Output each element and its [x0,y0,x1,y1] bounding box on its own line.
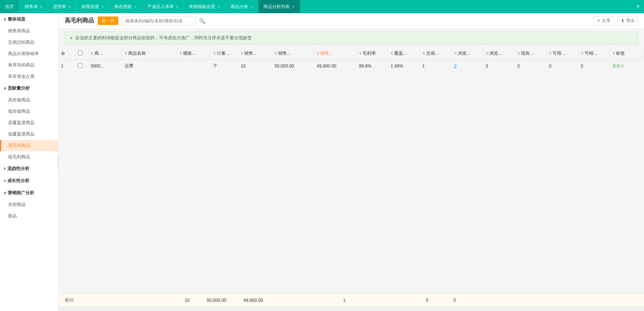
close-icon[interactable]: × [40,4,42,9]
cell-sellable: 0 [578,60,610,72]
close-icon[interactable]: × [68,4,71,9]
export-button[interactable]: ⬆ 导出 [618,16,638,25]
col-spec[interactable]: ⇅规格... [177,47,211,60]
sidebar-item-low-value[interactable]: 低价值商品 [0,106,58,117]
cell-unit: 个 [211,60,238,72]
col-gross-rate[interactable]: ⇅毛利率 [357,47,388,60]
col-checkbox[interactable] [76,47,88,60]
col-sales2[interactable]: ⇅销售... [272,47,314,60]
col-sellable[interactable]: ⇅可销... [578,47,610,60]
col-coverage[interactable]: ⇅覆盖... [388,47,420,60]
table-row: 1 0000... 运费 个 10 50,000.00 49,900.00 99… [59,60,644,72]
sidebar-item-high-value[interactable]: 高价值商品 [0,94,58,106]
chevron-right-icon: > [4,167,6,171]
search-input[interactable] [122,17,195,25]
close-icon[interactable]: × [217,4,220,9]
close-icon[interactable]: × [176,4,178,9]
cell-code: 0000... [88,60,122,72]
nav-template-settings[interactable]: 单据模板设置 × [184,0,225,13]
col-current[interactable]: ⇅现有... [515,47,547,60]
sidebar-collapse-button[interactable]: 《 [58,155,59,170]
footer-trades: 1 [318,298,346,303]
cell-tag: 高收入 [610,60,644,72]
sidebar-item-sales-goods[interactable]: 销售类商品 [0,25,58,37]
sidebar-item-in-stock[interactable]: 有库存的商品 [0,59,58,71]
content-header: 高毛利商品 近一月 🔍 ↗ 分享 ⬆ 导出 [59,13,644,29]
close-icon[interactable]: × [101,4,104,9]
col-tag[interactable]: ⇅标签 [610,47,644,60]
data-table: ⚙ ⇅商... ⇅商品名称 ⇅规格... ⇅计量... ⇅销售... ⇅销售..… [59,47,644,72]
cell-browse1[interactable]: 0 [451,60,483,72]
cell-index: 1 [59,60,76,72]
sidebar-item-high-margin[interactable]: 高毛利商品 [0,140,58,151]
search-icon[interactable]: 🔍 [199,18,205,24]
footer-label: 合计: [65,297,160,303]
sidebar-item-all-goods[interactable]: 全部商品 [0,199,58,210]
chevron-right-icon: > [4,179,6,183]
sidebar-item-high-coverage[interactable]: 高覆盖度商品 [0,117,58,129]
close-all-button[interactable]: × [632,0,644,13]
cell-sales3: 49,900.00 [314,60,357,72]
share-icon: ↗ [597,18,600,23]
export-icon: ⬆ [621,18,625,23]
sidebar: 《 ∨ 整体信息 销售类商品 交易过的商品 商品分类助销率 有库存的商品 库存资… [0,13,59,311]
nav-sales-order[interactable]: 销售单 × [19,0,48,13]
cell-current: 0 [515,60,547,72]
nav-product-inbound[interactable]: 产成品入库单 × [142,0,184,13]
table-header-row: ⚙ ⇅商... ⇅商品名称 ⇅规格... ⇅计量... ⇅销售... ⇅销售..… [59,47,644,60]
cell-sales2: 50,000.00 [272,60,314,72]
chevron-down-icon: ∨ [4,86,6,90]
sidebar-group-trend[interactable]: > 流趋性分析 [0,163,58,175]
col-browse2[interactable]: ⇅浏览... [483,47,515,60]
footer-sales3: 49,900.00 [226,298,263,303]
close-icon[interactable]: × [292,4,294,9]
cell-spec [177,60,211,72]
close-icon[interactable]: × [134,4,136,9]
col-settings[interactable]: ⚙ [59,47,76,60]
cell-sales1: 10 [238,60,272,72]
sidebar-item-new-goods[interactable]: 新品 [0,210,58,222]
sidebar-group-growth[interactable]: > 成长性分析 [0,175,58,187]
filter-period-button[interactable]: 近一月 [98,17,118,25]
nav-permission-settings[interactable]: 权限设置 × [76,0,109,13]
row-checkbox[interactable] [78,63,83,68]
cell-trades: 1 [420,60,451,72]
share-button[interactable]: ↗ 分享 [593,16,614,25]
col-browse1[interactable]: ⇅浏览... [451,47,483,60]
cell-name: 运费 [122,60,177,72]
sidebar-item-low-coverage[interactable]: 低覆盖度商品 [0,129,58,140]
sidebar-item-stock-capital[interactable]: 库存资金占用 [0,71,58,82]
chevron-down-icon: ∨ [4,191,6,195]
nav-role-auth[interactable]: 角色授权 × [109,0,142,13]
sidebar-item-low-margin[interactable]: 低毛利商品 [0,151,58,163]
col-unit[interactable]: ⇅计量... [211,47,238,60]
col-trades[interactable]: ⇅交易... [420,47,451,60]
close-icon[interactable]: × [251,4,253,9]
sidebar-group-contribution[interactable]: ∨ 贡献量分析 [0,82,58,94]
nav-product-analysis[interactable]: 商品分析 × [226,0,258,13]
cell-available: 0 [547,60,578,72]
content-area: 高毛利商品 近一月 🔍 ↗ 分享 ⬆ 导出 ✦ 企业的主要的利润都是这部分商品创… [59,13,644,311]
nav-home[interactable]: 首页 [0,0,19,13]
footer-sales2: 50,000.00 [190,298,226,303]
col-sales3[interactable]: ⇅销售... [314,47,357,60]
top-nav: 首页 销售单 × 进货单 × 权限设置 × 角色授权 × 产成品入库单 × 单据… [0,0,644,13]
cell-checkbox[interactable] [76,60,88,72]
sidebar-item-category-rate[interactable]: 商品分类助销率 [0,48,58,59]
sidebar-group-marketing[interactable]: ∨ 营销推广分析 [0,187,58,199]
footer-current: 0 [401,298,428,303]
cell-gross-rate: 99.8% [357,60,388,72]
sidebar-item-traded-goods[interactable]: 交易过的商品 [0,37,58,48]
col-available[interactable]: ⇅可用... [547,47,578,60]
nav-purchase-order[interactable]: 进货单 × [48,0,76,13]
info-banner: ✦ 企业的主要的利润都是这部分商品创造的，可考虑加大推广，同时关注库存是不要出现… [65,32,638,44]
footer-available: 0 [428,298,456,303]
select-all-checkbox[interactable] [78,51,83,55]
horizontal-scrollbar[interactable] [59,307,644,311]
sidebar-group-overall[interactable]: ∨ 整体信息 [0,13,58,25]
info-icon: ✦ [69,36,73,41]
nav-product-analysis-list[interactable]: 商品分析列表 × [258,0,300,13]
col-code[interactable]: ⇅商... [88,47,122,60]
col-name[interactable]: ⇅商品名称 [122,47,177,60]
col-sales1[interactable]: ⇅销售... [238,47,272,60]
